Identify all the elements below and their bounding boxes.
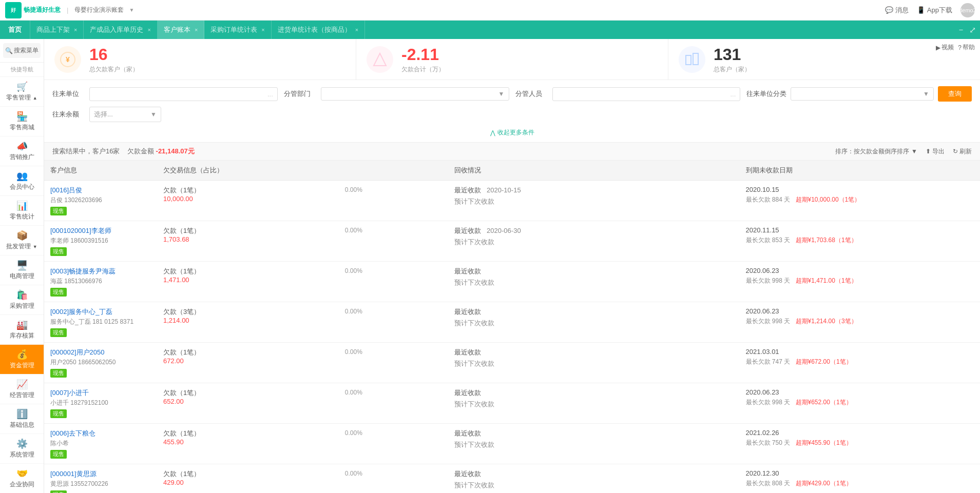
tab-close-3[interactable]: ×	[195, 27, 198, 33]
help-link[interactable]: ? 帮助	[958, 43, 975, 52]
sidebar-item-ecommerce[interactable]: 🖥️ 电商管理	[0, 255, 44, 285]
overdue-amount-5[interactable]: 超期¥652.00（1笔）	[796, 399, 852, 406]
sidebar-item-marketing[interactable]: 📣 营销推广	[0, 136, 44, 166]
overdue-info-7: 最长欠款 808 天 超期¥429.00（1笔）	[746, 479, 974, 488]
customer-name-link-3[interactable]: [0002]服务中心_丁磊	[50, 308, 112, 315]
cell-recover-3: 最近收款 预计下次收款	[448, 302, 700, 343]
sidebar-item-inventory[interactable]: 🏭 库存核算	[0, 315, 44, 345]
tab-4[interactable]: 采购订单统计表 ×	[204, 21, 271, 39]
sidebar-item-retail-stats[interactable]: 📊 零售统计	[0, 196, 44, 226]
tab-2[interactable]: 产成品入库单历史 ×	[84, 21, 157, 39]
sidebar-item-basic[interactable]: ℹ️ 基础信息	[0, 404, 44, 434]
customer-name-link-2[interactable]: [0003]畅捷服务尹海蕊	[50, 267, 116, 275]
filter-row-2: 往来余额 选择... ▼	[52, 107, 972, 122]
customer-name-link-1[interactable]: [0001020001]李老师	[50, 227, 111, 234]
debt-amount-1: 1,703.68	[163, 235, 333, 243]
customer-sub-7: 黄思源 13552700226	[50, 480, 151, 488]
tab-5[interactable]: 进货单统计表（按商品） ×	[272, 21, 365, 39]
cell-customer-2: [0003]畅捷服务尹海蕊 海蕊 18513066976 现售	[44, 262, 157, 302]
stat-debt-customers: ¥ 16 总欠款客户（家）	[44, 39, 356, 80]
tab-minimize-btn[interactable]: －	[957, 25, 965, 35]
export-icon: ⬆	[926, 148, 931, 155]
table-row: [0016]吕俊 吕俊 13026203696 现售 欠款（1笔） 10,000…	[44, 181, 980, 221]
industry-arrow[interactable]: ▼	[129, 7, 134, 13]
retail-mall-icon: 🏪	[2, 111, 42, 122]
overdue-amount-1[interactable]: 超期¥1,703.68（1笔）	[796, 236, 857, 244]
sidebar-item-finance[interactable]: 💰 资金管理	[0, 345, 44, 374]
industry-select[interactable]: 母婴行业演示账套	[74, 6, 124, 14]
sidebar-item-retail-mall[interactable]: 🏪 零售商城	[0, 107, 44, 136]
sidebar-item-member[interactable]: 👥 会员中心	[0, 166, 44, 196]
cell-percent-6: 0.00%	[339, 424, 448, 464]
unit-class-select[interactable]: ▼	[791, 87, 934, 101]
dept-select[interactable]: ▼	[321, 87, 509, 101]
from-unit-input[interactable]: ...	[89, 87, 278, 101]
inventory-icon: 🏭	[2, 319, 42, 330]
last-collect-4: 最近收款	[454, 348, 694, 357]
sidebar-item-operation[interactable]: 📈 经营管理	[0, 374, 44, 404]
overdue-amount-4[interactable]: 超期¥672.00（1笔）	[796, 358, 852, 365]
balance-select[interactable]: 选择... ▼	[89, 107, 161, 122]
overdue-days-1: 最长欠款 853 天	[746, 236, 794, 244]
stat-debt-value: 16	[89, 45, 139, 64]
tab-close-2[interactable]: ×	[147, 27, 150, 33]
video-link[interactable]: ▶ 视频	[936, 43, 954, 52]
cell-debt-7: 欠款（1笔） 429.00	[157, 464, 339, 494]
due-date-4: 2021.03.01	[746, 348, 974, 356]
filter-dept: 分管部门 ▼	[284, 87, 509, 101]
customer-tag-7: 现售	[50, 490, 67, 493]
overdue-amount-6[interactable]: 超期¥455.90（1笔）	[796, 439, 852, 446]
cell-recover-2: 最近收款 预计下次收款	[448, 262, 700, 302]
customer-name-link-5[interactable]: [0007]小进千	[50, 389, 89, 397]
search-menu-btn[interactable]: 🔍 搜索菜单	[3, 43, 41, 58]
stat-total-value: -2.11	[401, 45, 445, 64]
sidebar-item-collab[interactable]: 🤝 企业协同	[0, 464, 44, 493]
person-label: 分管人员	[515, 89, 548, 98]
customer-name-link-7[interactable]: [000001]黄思源	[50, 470, 97, 478]
main-layout: 🔍 搜索菜单 快捷导航 🛒 零售管理 ▲ 🏪 零售商城 📣 营销推广 👥 会员中…	[0, 39, 980, 493]
stat-all-info: 131 总客户（家）	[714, 45, 751, 74]
next-collect-6: 预计下次收款	[454, 440, 694, 449]
customer-tag-2: 现售	[50, 288, 67, 297]
person-input[interactable]: ...	[552, 87, 741, 101]
cell-recovery2-2	[700, 262, 740, 302]
sidebar-item-wholesale[interactable]: 📦 批发管理 ▼	[0, 226, 44, 255]
customer-name-link-4[interactable]: [000002]用户2050	[50, 348, 105, 356]
search-btn[interactable]: 查询	[938, 86, 972, 102]
debt-label-5: 欠款（1笔）	[163, 388, 333, 398]
tab-close-4[interactable]: ×	[261, 27, 264, 33]
overdue-amount-7[interactable]: 超期¥429.00（1笔）	[796, 480, 852, 487]
sidebar-item-quick-nav[interactable]: 快捷导航	[0, 63, 44, 77]
tab-3[interactable]: 客户账本 ×	[158, 21, 204, 39]
basic-icon: ℹ️	[2, 408, 42, 420]
tab-close-5[interactable]: ×	[355, 27, 358, 33]
debt-label-1: 欠款（1笔）	[163, 226, 333, 235]
refresh-btn[interactable]: ↻ 刷新	[953, 147, 972, 156]
sort-btn[interactable]: 排序：按欠款金额倒序排序 ▼	[835, 147, 917, 156]
collapse-btn[interactable]: ⋀ 收起更多条件	[490, 128, 534, 137]
sidebar-item-retail-mgmt[interactable]: 🛒 零售管理 ▲	[0, 77, 44, 107]
customer-name-link-6[interactable]: [0006]去下粮仓	[50, 429, 95, 437]
cell-due-5: 2020.06.23 最长欠款 998 天 超期¥652.00（1笔）	[740, 383, 980, 424]
sidebar-item-purchase[interactable]: 🛍️ 采购管理	[0, 285, 44, 315]
col-debt-info: 欠交易信息（占比）	[157, 161, 448, 181]
next-collect-4: 预计下次收款	[454, 359, 694, 368]
customer-name-link-0[interactable]: [0016]吕俊	[50, 186, 82, 194]
user-menu[interactable]: demo2	[960, 3, 975, 17]
overdue-amount-0[interactable]: 超期¥10,000.00（1笔）	[796, 196, 861, 203]
tab-maximize-btn[interactable]: ⤢	[969, 25, 976, 35]
customer-sub-1: 李老师 18600391516	[50, 236, 151, 245]
tab-home[interactable]: 首页	[0, 21, 30, 39]
app-download-btn[interactable]: 📱 App下载	[917, 6, 952, 15]
overdue-amount-2[interactable]: 超期¥1,471.00（1笔）	[796, 277, 857, 284]
overdue-amount-3[interactable]: 超期¥1,214.00（3笔）	[796, 318, 857, 325]
balance-label: 往来余额	[52, 110, 85, 119]
cell-recovery2-3	[700, 302, 740, 343]
tab-1[interactable]: 商品上下架 ×	[30, 21, 84, 39]
table-row: [0007]小进千 小进千 18279152100 现售 欠款（1笔） 652.…	[44, 383, 980, 424]
message-btn[interactable]: 💬 消息	[885, 6, 909, 15]
export-btn[interactable]: ⬆ 导出	[926, 147, 945, 156]
table-row: [0001020001]李老师 李老师 18600391516 现售 欠款（1笔…	[44, 221, 980, 262]
tab-close-1[interactable]: ×	[74, 27, 77, 33]
sidebar-item-system[interactable]: ⚙️ 系统管理	[0, 434, 44, 464]
